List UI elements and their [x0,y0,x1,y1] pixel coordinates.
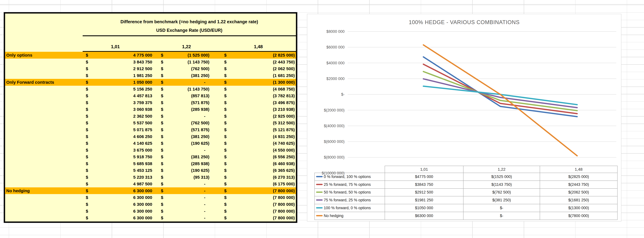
table-row[interactable]: $6 300 000$-$(7 800 000) [5,208,296,215]
cell-value: 2 362 500 [99,113,152,120]
cell-value: (6 556 250) [231,153,295,160]
chart-title: 100% HEDGE - VARIOUS COMBINATIONS [307,19,621,25]
table-row[interactable]: $2 912 500$(762 500)$(2 062 500) [5,65,296,72]
currency-symbol: $ [224,214,226,221]
table-row[interactable]: $1 981 250$(381 250)$(1 681 250) [5,72,296,79]
series-value-cell: $1050 000 [385,204,463,212]
cell-value: - [166,208,210,215]
table-row[interactable]: $6 300 000$-$(7 800 000) [5,194,296,201]
currency-symbol: $ [161,72,163,79]
cell-value: (190 625) [166,167,210,174]
series-value-cell: $- [463,212,540,220]
table-row[interactable]: $3 060 938$(285 938)$(3 210 938) [5,106,296,113]
cell-value: 2 912 500 [99,65,152,72]
table-row[interactable]: $4 457 813$(857 813)$(3 782 813) [5,92,296,99]
cell-value: (381 250) [166,72,210,79]
table-row[interactable]: $4 140 625$(190 625)$(4 740 625) [5,140,296,147]
x-axis-category-label: 1,48 [540,166,618,173]
cell-value: 6 300 000 [99,194,152,201]
table-row[interactable]: $5 071 875$(571 875)$(5 121 875) [5,126,296,133]
currency-symbol: $ [86,133,88,140]
table-row[interactable]: $5 220 313$(95 313)$(6 270 313) [5,174,296,181]
series-value-cell: $(381 250) [463,196,540,204]
row-label: No hedging [6,187,30,194]
data-table-row: 75 % forward, 25 % options$1981 250$(381… [314,196,618,204]
cell-value: 3 843 750 [99,59,152,65]
currency-symbol: $ [224,160,226,167]
currency-symbol: $ [86,167,88,174]
table-row[interactable]: $2 362 500$-$(2 925 000) [5,113,296,120]
cell-value: 1 981 250 [99,72,152,79]
currency-symbol: $ [86,160,88,167]
currency-symbol: $ [86,214,88,221]
table-row[interactable]: Only options$4 775 000$(1 525 000)$(2 82… [5,52,296,59]
legend-swatch [316,176,323,177]
cell-value: - [166,194,210,201]
currency-symbol: $ [86,120,88,126]
currency-symbol: $ [161,147,163,154]
table-row[interactable]: $3 675 000$-$(4 550 000) [5,147,296,154]
series-value-cell: $(1143 750) [463,181,540,188]
currency-symbol: $ [86,147,88,154]
table-row[interactable]: $6 300 000$-$(7 800 000) [5,201,296,208]
table-row[interactable]: $5 918 750$(381 250)$(6 556 250) [5,153,296,160]
benchmark-table: Difference from benchmark (=no hedging a… [4,12,297,223]
data-table-row: 25 % forward, 75 % options$3843 750$(114… [314,181,618,188]
header-rule-top [83,35,296,36]
currency-symbol: $ [86,201,88,208]
cell-value: - [166,147,210,154]
x-axis-category-label: 1,22 [463,166,540,173]
currency-symbol: $ [224,79,226,86]
currency-symbol: $ [224,181,226,187]
currency-symbol: $ [86,72,88,79]
currency-symbol: $ [161,153,163,160]
currency-symbol: $ [161,99,163,106]
cell-value: (7 800 000) [231,208,295,215]
currency-symbol: $ [161,79,163,86]
table-row[interactable]: $3 843 750$(1 143 750)$(2 443 750) [5,59,296,65]
table-row[interactable]: $3 759 375$(571 875)$(3 496 875) [5,99,296,106]
cell-value: (7 800 000) [231,201,295,208]
table-row[interactable]: $4 987 500$-$(6 175 000) [5,181,296,187]
table-row[interactable]: $5 453 125$(190 625)$(6 365 625) [5,167,296,174]
cell-value: 6 300 000 [99,187,152,194]
cell-value: (2 062 500) [231,65,295,72]
cell-value: (6 460 938) [231,160,295,167]
row-label: Only options [6,52,32,59]
table-row[interactable]: No hedging$6 300 000$-$(7 800 000) [5,187,296,194]
currency-symbol: $ [86,153,88,160]
series-name-cell: 0 % forward, 100 % options [314,173,385,181]
currency-symbol: $ [161,181,163,187]
cell-value: (6 270 313) [231,174,295,181]
currency-symbol: $ [161,214,163,221]
currency-symbol: $ [224,147,226,154]
excel-worksheet: Difference from benchmark (=no hedging a… [0,0,644,238]
cell-value: (5 121 875) [231,126,295,133]
series-value-cell: $6300 000 [385,212,463,220]
cell-value: 4 457 813 [99,92,152,99]
series-name-cell: 50 % forward, 50 % options [314,188,385,196]
cell-value: 3 675 000 [99,147,152,154]
table-row[interactable]: $5 537 500$(762 500)$(5 312 500) [5,120,296,126]
currency-symbol: $ [86,194,88,201]
series-value-cell: $(2825 000) [540,173,618,181]
currency-symbol: $ [161,92,163,99]
legend-swatch [316,191,323,193]
cell-value: (2 825 000) [231,52,295,59]
data-table-row: 100 % forward, 0 % options$1050 000$-$(1… [314,204,618,212]
table-row[interactable]: $5 685 938$(285 938)$(6 460 938) [5,160,296,167]
currency-symbol: $ [86,106,88,113]
currency-symbol: $ [86,113,88,120]
table-row[interactable]: $6 300 000$-$(7 800 000) [5,214,296,221]
series-value-cell: $- [463,204,540,212]
table-row[interactable]: Only Forward contracts$1 050 000$-$(1 30… [5,79,296,86]
cell-value: 5 453 125 [99,167,152,174]
table-row[interactable]: $4 606 250$(381 250)$(4 931 250) [5,133,296,140]
currency-symbol: $ [224,167,226,174]
table-row[interactable]: $5 156 250$(1 143 750)$(4 068 750) [5,86,296,92]
data-table-corner-cell [314,166,385,173]
currency-symbol: $ [86,208,88,215]
cell-value: 6 300 000 [99,214,152,221]
hedge-chart[interactable]: 100% HEDGE - VARIOUS COMBINATIONS $8000 … [307,14,622,221]
cell-value: (285 938) [166,160,210,167]
